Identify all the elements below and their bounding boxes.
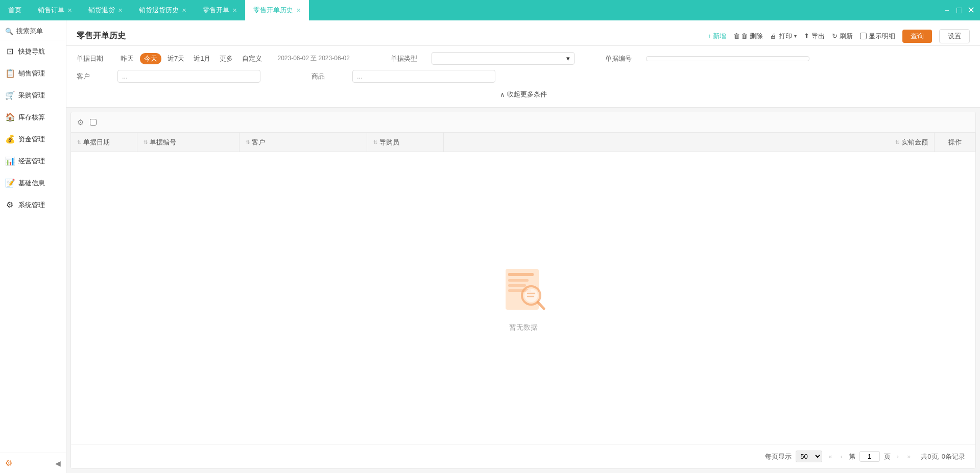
sidebar-item-purchase-mgmt[interactable]: 🛒 采购管理 bbox=[0, 84, 66, 106]
sidebar-item-label: 快捷导航 bbox=[18, 47, 45, 56]
close-tab-sales-order[interactable]: ✕ bbox=[67, 7, 72, 14]
collapse-sidebar-button[interactable]: ◀ bbox=[55, 459, 61, 467]
close-tab-retail-history[interactable]: ✕ bbox=[296, 7, 301, 14]
product-input[interactable]: ... bbox=[352, 70, 495, 83]
sidebar-search[interactable]: 🔍 搜索菜单 bbox=[0, 20, 66, 40]
sidebar-item-quick-nav[interactable]: ⊡ 快捷导航 bbox=[0, 40, 66, 62]
empty-state: 暂无数据 bbox=[71, 152, 975, 444]
date-opt-7days[interactable]: 近7天 bbox=[164, 53, 187, 64]
tab-sales-return-history[interactable]: 销货退货历史 ✕ bbox=[131, 0, 195, 20]
print-chevron-icon: ▾ bbox=[794, 33, 797, 39]
tab-retail-open[interactable]: 零售开单 ✕ bbox=[195, 0, 245, 20]
filter-row-2: 客户 ... 商品 ... bbox=[77, 70, 970, 83]
content-area: 零售开单历史 + 新增 🗑 🗑 删除 🖨 打印 ▾ ⬆ 导出 bbox=[66, 20, 980, 473]
order-type-select[interactable]: ▾ bbox=[432, 52, 575, 65]
top-navigation: 首页 销售订单 ✕ 销货退货 ✕ 销货退货历史 ✕ 零售开单 ✕ 零售开单历史 … bbox=[0, 0, 980, 20]
tab-list: 首页 销售订单 ✕ 销货退货 ✕ 销货退货历史 ✕ 零售开单 ✕ 零售开单历史 … bbox=[0, 0, 942, 20]
refresh-button[interactable]: ↻ 刷新 bbox=[832, 32, 853, 41]
product-filter-label: 商品 bbox=[312, 72, 342, 81]
nav-next-button[interactable]: › bbox=[895, 453, 901, 460]
tab-sales-return[interactable]: 销货退货 ✕ bbox=[80, 0, 131, 20]
close-tab-sales-return-history[interactable]: ✕ bbox=[182, 7, 186, 14]
export-icon: ⬆ bbox=[804, 32, 809, 40]
finance-icon: 💰 bbox=[5, 134, 14, 144]
svg-rect-1 bbox=[508, 273, 534, 276]
query-button[interactable]: 查询 bbox=[902, 30, 932, 43]
collapse-arrow-icon: ∧ bbox=[500, 91, 505, 98]
table-settings-icon[interactable]: ⚙ bbox=[77, 118, 84, 127]
svg-point-6 bbox=[524, 289, 538, 302]
display-detail-checkbox[interactable] bbox=[860, 33, 867, 39]
date-opt-more[interactable]: 更多 bbox=[217, 53, 236, 64]
per-page-label: 每页显示 bbox=[765, 452, 792, 461]
sidebar-item-inventory[interactable]: 🏠 库存核算 bbox=[0, 106, 66, 128]
table-toolbar: ⚙ bbox=[71, 112, 975, 133]
refresh-icon: ↻ bbox=[832, 32, 838, 40]
sidebar-item-finance[interactable]: 💰 资金管理 bbox=[0, 128, 66, 150]
nav-prev-button[interactable]: ‹ bbox=[838, 453, 844, 460]
date-filter-label: 单据日期 bbox=[77, 54, 107, 63]
customer-input[interactable]: ... bbox=[117, 70, 260, 83]
nav-last-button[interactable]: » bbox=[905, 453, 913, 460]
print-icon: 🖨 bbox=[770, 32, 777, 40]
close-tab-sales-return[interactable]: ✕ bbox=[118, 7, 123, 14]
close-button[interactable]: ✕ bbox=[967, 5, 975, 16]
per-page-select[interactable]: 50 10 20 100 bbox=[796, 451, 822, 462]
select-all-checkbox[interactable] bbox=[90, 119, 97, 126]
sidebar-item-label: 经营管理 bbox=[18, 157, 45, 166]
purchase-mgmt-icon: 🛒 bbox=[5, 90, 14, 100]
filter-row-1: 单据日期 昨天 今天 近7天 近1月 更多 自定义 2023-06-02 至 2… bbox=[77, 52, 970, 65]
order-num-input[interactable] bbox=[646, 56, 809, 61]
sidebar: 🔍 搜索菜单 ⊡ 快捷导航 📋 销售管理 🛒 采购管理 🏠 库存核算 💰 bbox=[0, 20, 66, 473]
sidebar-item-label: 库存核算 bbox=[18, 113, 45, 122]
sidebar-item-sales-mgmt[interactable]: 📋 销售管理 bbox=[0, 62, 66, 84]
page-title: 零售开单历史 bbox=[77, 31, 126, 41]
th-op: 操作 bbox=[935, 133, 975, 152]
base-info-icon: 📝 bbox=[5, 178, 14, 188]
sidebar-item-operations[interactable]: 📊 经营管理 bbox=[0, 150, 66, 172]
date-opt-1month[interactable]: 近1月 bbox=[190, 53, 213, 64]
maximize-button[interactable]: □ bbox=[957, 5, 962, 16]
order-type-label: 单据类型 bbox=[391, 54, 421, 63]
add-button[interactable]: + 新增 bbox=[707, 32, 726, 41]
page-number-input[interactable] bbox=[859, 451, 880, 462]
sidebar-item-label: 销售管理 bbox=[18, 69, 45, 78]
customer-filter-label: 客户 bbox=[77, 72, 107, 81]
total-text: 共0页, 0条记录 bbox=[921, 452, 965, 461]
export-button[interactable]: ⬆ 导出 bbox=[804, 32, 825, 41]
tab-sales-order[interactable]: 销售订单 ✕ bbox=[30, 0, 80, 20]
sidebar-item-sys-mgmt[interactable]: ⚙ 系统管理 bbox=[0, 194, 66, 216]
empty-illustration bbox=[493, 264, 554, 315]
date-range-display: 2023-06-02 至 2023-06-02 bbox=[277, 54, 349, 63]
sidebar-items: ⊡ 快捷导航 📋 销售管理 🛒 采购管理 🏠 库存核算 💰 资金管理 📊 bbox=[0, 40, 66, 453]
inventory-icon: 🏠 bbox=[5, 112, 14, 122]
date-opt-today[interactable]: 今天 bbox=[140, 53, 161, 64]
th-date: ⇅ 单据日期 bbox=[71, 133, 137, 152]
close-tab-retail-open[interactable]: ✕ bbox=[232, 7, 237, 14]
delete-button[interactable]: 🗑 🗑 删除 bbox=[733, 32, 763, 41]
tab-home[interactable]: 首页 bbox=[0, 0, 30, 20]
th-amount: ⇅ 实销金额 bbox=[444, 133, 935, 152]
sidebar-item-label: 资金管理 bbox=[18, 135, 45, 144]
setting-button[interactable]: 设置 bbox=[939, 29, 970, 43]
date-opt-yesterday[interactable]: 昨天 bbox=[117, 53, 137, 64]
tab-retail-history[interactable]: 零售开单历史 ✕ bbox=[245, 0, 309, 20]
filter-area: 单据日期 昨天 今天 近7天 近1月 更多 自定义 2023-06-02 至 2… bbox=[66, 46, 980, 108]
minimize-button[interactable]: － bbox=[942, 4, 951, 16]
print-button[interactable]: 🖨 打印 ▾ bbox=[770, 32, 797, 41]
search-icon: 🔍 bbox=[5, 28, 13, 35]
settings-icon[interactable]: ⚙ bbox=[5, 458, 12, 468]
nav-first-button[interactable]: « bbox=[826, 453, 834, 460]
display-detail-toggle[interactable]: 显示明细 bbox=[860, 32, 895, 41]
sort-icon: ⇅ bbox=[246, 139, 250, 145]
sidebar-item-label: 采购管理 bbox=[18, 91, 45, 100]
table-wrapper: ⚙ ⇅ 单据日期 ⇅ 单据编号 ⇅ 客户 ⇅ 导购员 bbox=[70, 112, 976, 469]
sidebar-item-base-info[interactable]: 📝 基础信息 bbox=[0, 172, 66, 194]
sidebar-bottom: ⚙ ◀ bbox=[0, 453, 66, 473]
sidebar-item-label: 基础信息 bbox=[18, 179, 45, 188]
date-opt-custom[interactable]: 自定义 bbox=[239, 53, 265, 64]
window-controls: － □ ✕ bbox=[942, 4, 980, 16]
toolbar: + 新增 🗑 🗑 删除 🖨 打印 ▾ ⬆ 导出 ↻ 刷新 bbox=[707, 29, 970, 43]
svg-rect-3 bbox=[508, 284, 526, 287]
collapse-filter-button[interactable]: ∧ 收起更多条件 bbox=[77, 88, 970, 101]
